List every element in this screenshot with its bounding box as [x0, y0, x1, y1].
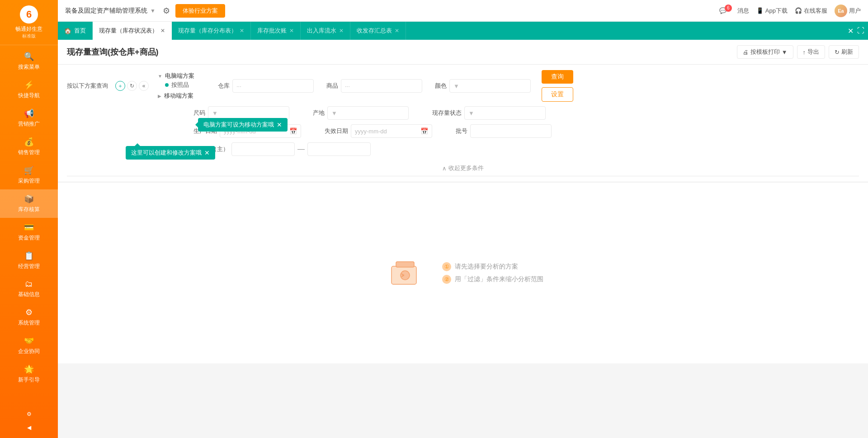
tab-batch-account-close[interactable]: ✕ — [289, 28, 294, 34]
inventory-main-field: 现存量（主） — — [193, 142, 371, 156]
refresh-icon: ↻ — [835, 49, 840, 56]
sidebar-item-purchase[interactable]: 🛒 采购管理 — [0, 161, 58, 189]
sidebar-item-quick-nav[interactable]: ⚡ 快捷导航 — [0, 75, 58, 104]
industry-btn[interactable]: 体验行业方案 — [175, 4, 225, 18]
topbar-settings-icon[interactable]: ⚙ — [163, 6, 170, 16]
search-reset-btns: 查询 设置 — [542, 70, 573, 102]
scheme-tooltip-close[interactable]: ✕ — [277, 121, 282, 128]
tab-collect-summary-label: 收发存汇总表 — [357, 27, 392, 35]
filter-panel: 电脑方案可设为移动方案哦 ✕ 这里可以创建和修改方案哦 ✕ 按以下方案查询 ＋ … — [58, 65, 868, 182]
operation-icon: 📋 — [24, 251, 34, 261]
sidebar-settings-btn[interactable]: ⚙ — [0, 407, 58, 421]
refresh-scheme-btn[interactable]: ↻ — [127, 81, 137, 91]
search-btn[interactable]: 查询 — [542, 70, 573, 84]
inventory-status-input[interactable]: ▼ — [464, 106, 546, 120]
add-scheme-btn[interactable]: ＋ — [115, 81, 125, 91]
chevron-up-icon: ∧ — [442, 165, 447, 172]
tabbar-right: ✕ ⛶ — [844, 22, 868, 40]
empty-content: ① 请先选择要分析的方案 ② 用「过滤」条件来缩小分析范围 — [382, 250, 543, 296]
product-field: 商品 ··· — [326, 79, 422, 93]
sidebar-item-basic-info[interactable]: 🗂 基础信息 — [0, 275, 58, 303]
online-service-label: 在线客服 — [804, 7, 827, 15]
tab-inventory-status-close[interactable]: ✕ — [160, 28, 165, 34]
mobile-group-arrow: ▶ — [158, 94, 161, 99]
inventory-icon: 📦 — [24, 194, 34, 204]
tab-home[interactable]: 🏠 首页 — [58, 22, 93, 40]
expiry-date-label: 失效日期 — [325, 127, 348, 135]
sidebar-item-system[interactable]: ⚙ 系统管理 — [0, 303, 58, 331]
page-actions: 🖨 按模板打印 ▼ ↑ 导出 ↻ 刷新 — [737, 45, 859, 59]
warehouse-input[interactable]: ··· — [232, 79, 314, 93]
sidebar-item-enterprise[interactable]: 🤝 企业协同 — [0, 331, 58, 360]
edit-tooltip-close[interactable]: ✕ — [204, 149, 210, 156]
sidebar-item-finance[interactable]: 💳 资金管理 — [0, 218, 58, 246]
color-input[interactable]: ▼ — [449, 79, 531, 93]
sidebar-item-operation[interactable]: 📋 经营管理 — [0, 246, 58, 275]
sidebar-item-marketing[interactable]: 📢 营销推广 — [0, 104, 58, 132]
inventory-main-to[interactable] — [307, 142, 371, 156]
expiry-date-field: 失效日期 yyyy-mm-dd 📅 — [325, 124, 432, 138]
filter-row3: 生产日期 yyyy-mm-dd 📅 失效日期 yyyy-mm-dd 📅 批号 — [67, 124, 859, 138]
batch-input[interactable] — [470, 124, 552, 138]
sidebar-collapse-btn[interactable]: ◀ — [0, 421, 58, 434]
desktop-group-label: 电脑端方案 — [165, 72, 194, 80]
tab-in-out-flow-close[interactable]: ✕ — [339, 28, 344, 34]
topbar-online-service[interactable]: 🎧 在线客服 — [795, 7, 827, 15]
sidebar-item-guide[interactable]: 🌟 新手引导 — [0, 360, 58, 388]
desktop-scheme-group[interactable]: ▼ 电脑端方案 — [158, 72, 194, 80]
filter-scheme-row: 按以下方案查询 ＋ ↻ « ▼ 电脑端方案 按照品 — [67, 70, 859, 102]
print-template-btn[interactable]: 🖨 按模板打印 ▼ — [737, 45, 793, 59]
tab-inventory-dist[interactable]: 现存量（库存分布表） ✕ — [172, 22, 251, 40]
origin-input[interactable]: ▼ — [327, 106, 409, 120]
tab-collect-summary[interactable]: 收发存汇总表 ✕ — [350, 22, 406, 40]
sidebar-item-search[interactable]: 🔍 搜索菜单 — [0, 47, 58, 75]
scheme-dot — [165, 83, 169, 87]
quick-nav-icon: ⚡ — [24, 80, 34, 90]
sidebar-item-label: 采购管理 — [18, 177, 40, 185]
headset-icon: 🎧 — [795, 7, 802, 14]
sidebar-item-inventory[interactable]: 📦 库存核算 — [0, 189, 58, 218]
tab-inventory-dist-close[interactable]: ✕ — [240, 28, 244, 34]
tabbar-fullscreen-btn[interactable]: ⛶ — [857, 27, 864, 35]
topbar-user[interactable]: Ea 用户 — [835, 5, 861, 17]
topbar-right: 💬 6 消息 📱 App下载 🎧 在线客服 Ea 用户 — [719, 5, 861, 17]
tab-inventory-status[interactable]: 现存量（库存状况表） ✕ — [93, 22, 172, 40]
collapse-bar[interactable]: ∧ 收起更多条件 — [67, 160, 859, 176]
reset-btn[interactable]: 设置 — [542, 87, 573, 102]
marketing-icon: 📢 — [24, 108, 34, 118]
prev-scheme-btn[interactable]: « — [139, 81, 149, 91]
sidebar-item-sales[interactable]: 💰 销售管理 — [0, 132, 58, 161]
batch-label: 批号 — [456, 127, 467, 135]
inventory-main-from[interactable] — [231, 142, 295, 156]
page-header: 现存量查询(按仓库+商品) 🖨 按模板打印 ▼ ↑ 导出 ↻ 刷新 — [58, 40, 868, 65]
home-icon: 🏠 — [64, 28, 71, 34]
tab-batch-account[interactable]: 库存批次账 ✕ — [251, 22, 301, 40]
desktop-scheme-name: 按照品 — [171, 81, 189, 89]
tab-in-out-flow[interactable]: 出入库流水 ✕ — [301, 22, 350, 40]
inventory-status-field: 现存量状态 ▼ — [432, 106, 546, 120]
product-input[interactable]: ··· — [341, 79, 422, 93]
scheme-tooltip-text: 电脑方案可设为移动方案哦 — [203, 121, 274, 129]
sidebar-settings-icon: ⚙ — [27, 411, 32, 417]
filter-label: 按以下方案查询 — [67, 82, 108, 90]
export-icon: ↑ — [803, 49, 806, 56]
tabbar-close-all-btn[interactable]: ✕ — [848, 27, 854, 35]
system-name-text: 装备及固定资产辅助管理系统 — [65, 7, 147, 15]
topbar-message[interactable]: 💬 6 消息 — [719, 7, 749, 15]
mobile-scheme-group[interactable]: ▶ 移动端方案 — [158, 92, 194, 100]
desktop-scheme-item[interactable]: 按照品 — [158, 81, 194, 89]
topbar-app-download[interactable]: 📱 App下载 — [756, 7, 788, 15]
tab-inventory-status-label: 现存量（库存状况表） — [99, 27, 158, 35]
collapse-label: 收起更多条件 — [448, 164, 484, 172]
size-dropdown: ▼ — [212, 110, 218, 117]
desktop-group-arrow: ▼ — [158, 74, 162, 79]
inventory-status-label: 现存量状态 — [432, 109, 462, 117]
origin-dropdown: ▼ — [331, 110, 337, 117]
export-btn[interactable]: ↑ 导出 — [797, 45, 826, 59]
print-icon: 🖨 — [743, 49, 749, 56]
expiry-date-input[interactable]: yyyy-mm-dd 📅 — [351, 124, 432, 138]
search-icon: 🔍 — [24, 52, 34, 61]
refresh-btn[interactable]: ↻ 刷新 — [829, 45, 859, 59]
tab-collect-summary-close[interactable]: ✕ — [395, 28, 399, 34]
hint1-text: 请先选择要分析的方案 — [455, 263, 518, 271]
